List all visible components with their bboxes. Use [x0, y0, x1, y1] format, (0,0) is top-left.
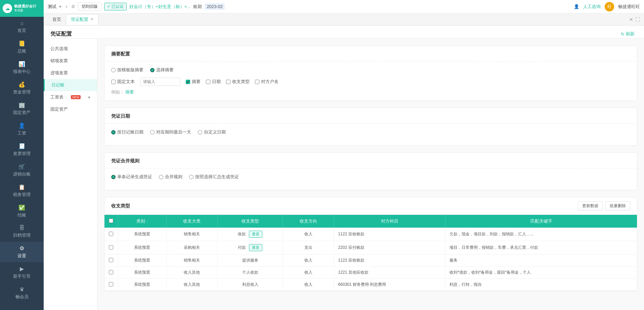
- sidebar-item-invoice[interactable]: 🧾 发票管理: [0, 140, 44, 160]
- radio-last-day[interactable]: 对应期间最后一天: [150, 129, 191, 135]
- row-account: 2202 应付账款: [334, 241, 445, 255]
- th-account-label: 对方科目: [381, 219, 398, 224]
- nav-item-payroll[interactable]: 工资表 NEW ▾: [44, 91, 97, 103]
- sidebar-item-tax-label: 税务管理: [13, 192, 31, 198]
- logo-icon: ☁: [3, 4, 12, 13]
- row-checkbox[interactable]: [109, 245, 113, 249]
- update-data-button[interactable]: 更新数据: [578, 201, 603, 210]
- user-name: 畅捷通旺旺: [618, 4, 640, 10]
- refresh-icon: ↻: [621, 32, 625, 37]
- sidebar-item-assets-label: 固定资产: [13, 110, 31, 116]
- add-icon[interactable]: ＋: [64, 4, 69, 10]
- fixed-text-checkbox[interactable]: [111, 80, 116, 84]
- radio-merge-input[interactable]: [159, 175, 163, 179]
- row-checkbox[interactable]: [109, 258, 113, 262]
- radio-select-label: 选择摘要: [156, 67, 174, 73]
- gear-icon[interactable]: ⚙: [71, 4, 75, 9]
- radio-journal-date-input[interactable]: [111, 130, 116, 134]
- row-category: 系统预置: [118, 228, 166, 241]
- tabs-actions: ✕ ⛶: [629, 17, 640, 22]
- income-type-checkbox[interactable]: [226, 80, 230, 84]
- nav-item-purchase-invoice[interactable]: 进项发票: [44, 67, 97, 79]
- help-icon: 👤: [574, 4, 579, 9]
- avatar-text: 旺: [607, 4, 612, 10]
- sidebar-item-report-label: 报表中心: [13, 69, 31, 75]
- nav-item-journal[interactable]: 日记账: [44, 79, 97, 91]
- radio-single[interactable]: 单条记录生成凭证: [111, 174, 152, 180]
- tab-close-icon[interactable]: ✕: [90, 17, 93, 22]
- sidebar-item-fund[interactable]: 💰 资金管理: [0, 78, 44, 99]
- radio-template-input[interactable]: [111, 68, 116, 72]
- th-direction-label: 收支方向: [300, 219, 317, 224]
- sidebar-item-member[interactable]: ♛ 畅会员: [0, 283, 44, 303]
- checkbox-date[interactable]: 日期: [206, 79, 221, 85]
- checkbox-income-type[interactable]: 收支类型: [226, 79, 250, 85]
- radio-merge[interactable]: 合并规则: [159, 174, 182, 180]
- counterpart-checkbox[interactable]: [255, 80, 259, 84]
- radio-select-input[interactable]: [150, 68, 155, 72]
- summary-checkbox[interactable]: [186, 80, 190, 84]
- radio-custom-date-input[interactable]: [198, 130, 202, 134]
- tab-voucher-config[interactable]: 凭证配置 ✕: [66, 14, 98, 25]
- radio-last-day-input[interactable]: [150, 130, 155, 134]
- date-checkbox[interactable]: [206, 80, 210, 84]
- radio-select[interactable]: 选择摘要: [150, 67, 174, 73]
- sidebar-item-archive-label: 归档管理: [13, 232, 31, 238]
- refresh-button[interactable]: ↻ 刷新: [618, 30, 637, 38]
- table-header-row: 类别 ↓ 收支大类 收支类型 收支方向: [104, 215, 637, 228]
- fixed-text-label: 固定文本: [117, 79, 135, 85]
- sidebar-item-archive[interactable]: 🗄 归档管理: [0, 222, 44, 242]
- page-header: 凭证配置 ↻ 刷新: [44, 26, 644, 39]
- radio-merge-label: 合并规则: [165, 174, 182, 180]
- help-label[interactable]: 人工咨询: [583, 4, 601, 10]
- summary-section-body: 按模板版摘要 选择摘要 固定文本: [104, 62, 637, 101]
- voucher-date-section: 凭证日期 按日记账日期 对应期间最后一天: [104, 108, 637, 146]
- radio-summary[interactable]: 按照选择汇总生成凭证: [189, 174, 239, 180]
- sidebar-item-settings[interactable]: ⚙ 设置: [0, 242, 44, 262]
- sidebar-item-assets[interactable]: 🏢 固定资产: [0, 99, 44, 119]
- radio-single-input[interactable]: [111, 175, 116, 179]
- voucher-date-radio-group: 按日记账日期 对应期间最后一天 自定义日期: [111, 129, 630, 135]
- checkbox-summary[interactable]: 摘要: [186, 79, 201, 85]
- reset-button[interactable]: 重置: [249, 244, 262, 251]
- content-area: 凭证配置 ↻ 刷新 公共选项 销项发票 进项发票 日记账: [44, 26, 644, 310]
- maximize-button[interactable]: ⛶: [635, 17, 640, 22]
- row-checkbox[interactable]: [109, 282, 113, 286]
- sidebar-item-home[interactable]: ⌂ 首页: [0, 17, 44, 37]
- expand-arrow[interactable]: ▾: [59, 4, 61, 9]
- row-checkbox[interactable]: [109, 270, 113, 274]
- sidebar-item-member-label: 畅会员: [15, 294, 29, 300]
- fixed-text-input[interactable]: [140, 78, 180, 86]
- row-major-type: 采购相关: [166, 241, 217, 255]
- nav-item-public[interactable]: 公共选项: [44, 43, 97, 55]
- sidebar-item-purchase[interactable]: 🛒 进销台账: [0, 160, 44, 181]
- sidebar-item-tax[interactable]: 📋 税务管理: [0, 181, 44, 201]
- tab-home[interactable]: 首页: [48, 14, 66, 25]
- sidebar-item-report[interactable]: 📊 报表中心: [0, 57, 44, 78]
- batch-delete-button[interactable]: 批量删除: [605, 201, 630, 210]
- checkbox-fixed-text[interactable]: 固定文本: [111, 79, 135, 85]
- radio-journal-date[interactable]: 按日记账日期: [111, 129, 143, 135]
- sidebar-item-salary[interactable]: 👤 工资: [0, 119, 44, 140]
- sidebar-item-ledger[interactable]: 📒 总账: [0, 37, 44, 57]
- select-all-checkbox[interactable]: [109, 219, 113, 223]
- checkbox-counterpart[interactable]: 对方户名: [255, 79, 278, 85]
- reset-button[interactable]: 重置: [249, 231, 262, 238]
- salary-icon: 👤: [18, 122, 25, 129]
- summary-radio-group: 按模板版摘要 选择摘要: [111, 67, 630, 73]
- content-body: 公共选项 销项发票 进项发票 日记账 工资表 NEW ▾ 固定资产: [44, 39, 644, 310]
- radio-custom-date[interactable]: 自定义日期: [198, 129, 226, 135]
- row-checkbox[interactable]: [109, 232, 113, 236]
- sidebar-item-settlement[interactable]: ✅ 结账: [0, 201, 44, 222]
- radio-template[interactable]: 按模板版摘要: [111, 67, 143, 73]
- table-row: 系统预置 销售相关 提供服务 收入 1122 应收账款 服务: [104, 255, 637, 267]
- nav-item-sales-invoice[interactable]: 销项发票: [44, 55, 97, 67]
- avatar[interactable]: 旺: [605, 2, 614, 11]
- minimize-button[interactable]: ✕: [629, 17, 633, 22]
- period-value: 2023-02: [205, 3, 225, 10]
- switch-version-button[interactable]: 切到旧版: [78, 2, 101, 11]
- certified-tag: ✓ 已认证: [104, 3, 127, 10]
- radio-summary-input[interactable]: [189, 175, 194, 179]
- nav-item-fixed-assets[interactable]: 固定资产: [44, 103, 97, 115]
- sidebar-item-guide[interactable]: ▶ 新手引导: [0, 262, 44, 283]
